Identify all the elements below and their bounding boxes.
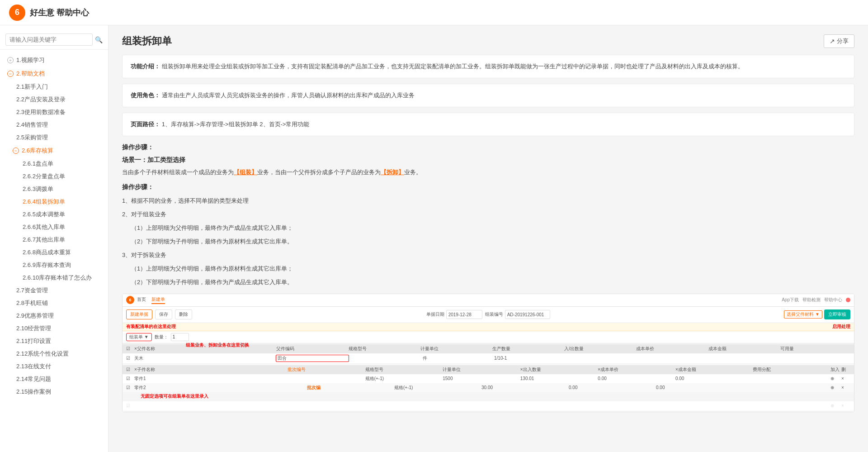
scenario1-title: 场景一：加工类型选择 (122, 156, 854, 164)
sidebar-item-2-6[interactable]: − 2.6库存核算 (0, 144, 108, 157)
sidebar-sub-2-1[interactable]: 2.1新手入门 (0, 81, 108, 93)
sim-date-field: 单据日期 2019-12-28 (426, 310, 482, 319)
sidebar-sub-2-6-1[interactable]: 2.6.1盘点单 (0, 157, 108, 170)
step-3-2: （2）下部明细为子件明细，最终作为产成品生成其它入库单。 (122, 276, 854, 288)
sidebar-item-1[interactable]: + 1.视频学习 (0, 53, 108, 67)
sim-upper-row1: ☑ 关木 田合 件 1/10-1 (123, 353, 854, 363)
sim-btn-del[interactable]: 删除 (175, 309, 192, 319)
sidebar-sub-2-13[interactable]: 2.13在线支付 (0, 360, 108, 373)
sidebar-sub-2-11[interactable]: 2.11打印设置 (0, 335, 108, 347)
sidebar-sub-2-6-9[interactable]: 2.6.9库存账本查询 (0, 259, 108, 271)
step-2-2: （2）下部明细为子件明细，最终作为原材料生成其它出库单。 (122, 236, 854, 247)
sidebar-sub-2-3[interactable]: 2.3使用前数据准备 (0, 106, 108, 119)
sidebar-sub-2-14[interactable]: 2.14常见问题 (0, 373, 108, 385)
sim-label-count: 数量： (155, 334, 168, 340)
sidebar-sub-2-9[interactable]: 2.9优惠券管理 (0, 309, 108, 322)
sidebar-item-2[interactable]: − 2.帮助文档 (0, 67, 108, 81)
step-1: 1、根据不同的业务，选择不同单据的类型来处理 (122, 195, 854, 207)
share-button[interactable]: ↗ 分享 (824, 34, 854, 48)
sim-user: App下载 (782, 297, 799, 303)
search-icon[interactable]: 🔍 (95, 36, 103, 43)
path-text: 1、库存核算->库存管理->组装拆卸单 2、首页->常用功能 (162, 121, 310, 128)
sidebar-sub-2-10[interactable]: 2.10经营管理 (0, 322, 108, 335)
sim-annotation-space: 无固定选项可在组装单在这里录入 (123, 392, 854, 401)
sim-annotation-enable: 启用处理 (832, 324, 850, 330)
content-body: 功能介绍： 组装拆卸单用来处理企业组装或拆卸等加工业务，支持有固定装配清单的产品… (108, 55, 868, 426)
content-area: 组装拆卸单 ↗ 分享 功能介绍： 组装拆卸单用来处理企业组装或拆卸等加工业务，支… (108, 25, 868, 452)
sim-lower-area: ☑ ×子件名称 批次编号 规格型号 计量单位 ×出入数量 ×成本单价 ×成本金额… (123, 365, 854, 412)
sim-confirm-btn[interactable]: 立即审核 (824, 309, 850, 319)
sim-app: 6 首页 新建单 App下载 帮助检测 帮助中心 (123, 294, 854, 412)
sim-type-selector[interactable]: 组装单 ▼ (126, 333, 152, 341)
step-2-1: （1）上部明细为父件明细，最终作为产成品生成其它入库单； (122, 222, 854, 234)
main-layout: 🔍 + 1.视频学习 − 2.帮助文档 2.1新手入门 2.2产品安装及登录 2… (0, 25, 868, 452)
sidebar: 🔍 + 1.视频学习 − 2.帮助文档 2.1新手入门 2.2产品安装及登录 2… (0, 25, 108, 452)
sim-processing-select[interactable]: 选择父件材料 ▼ (784, 310, 822, 319)
screenshot-container: 6 首页 新建单 App下载 帮助检测 帮助中心 (122, 294, 854, 412)
sidebar-sub-2-2[interactable]: 2.2产品安装及登录 (0, 93, 108, 106)
feature-intro-text: 组装拆卸单用来处理企业组装或拆卸等加工业务，支持有固定装配清单的产品加工业务，也… (162, 63, 744, 70)
feature-intro-card: 功能介绍： 组装拆卸单用来处理企业组装或拆卸等加工业务，支持有固定装配清单的产品… (122, 55, 854, 78)
sim-toolbar: 新建单据 保存 删除 单据日期 2019-12-28 组装编号 AD-20191… (123, 307, 854, 323)
sim-parent-input[interactable]: 田合 (276, 355, 349, 362)
sim-num-input[interactable]: AD-20191226-001 (505, 310, 550, 319)
sidebar-sub-2-6-3[interactable]: 2.6.3调拨单 (0, 183, 108, 195)
collapse-icon-2-6: − (13, 147, 19, 154)
sidebar-sub-2-4[interactable]: 2.4销售管理 (0, 119, 108, 131)
app-header: 6 好生意 帮助中心 (0, 0, 868, 25)
role-card: 使用角色： 通常由生产人员或库管人员完成拆装业务的操作，库管人员确认原材料的出库… (122, 84, 854, 107)
scenario1-desc: 当由多个子件材料组装成一个成品的业务为【组装】业务，当由一个父件拆分成多个子产品… (122, 167, 854, 177)
screenshot-inner: 6 首页 新建单 App下载 帮助检测 帮助中心 (123, 294, 854, 412)
sim-nav-home: 首页 (137, 296, 146, 304)
sidebar-sub-2-12[interactable]: 2.12系统个性化设置 (0, 347, 108, 360)
sim-lower-row3: ☑ ⊕ × (123, 401, 854, 410)
share-icon: ↗ (830, 38, 835, 45)
sim-nav-cur: 新建单 (151, 296, 165, 304)
page-title: 组装拆卸单 (122, 34, 172, 48)
sim-annotation-config: 有装配清单的在这里处理 (126, 324, 832, 330)
op-steps-list: 1、根据不同的业务，选择不同单据的类型来处理 2、对于组装业务 （1）上部明细为… (122, 195, 854, 288)
search-input[interactable] (5, 33, 93, 46)
sim-unlimited-annotation: 无固定选项可在组装单在这里录入 (141, 393, 208, 400)
sidebar-sub-2-6-6[interactable]: 2.6.6其他入库单 (0, 221, 108, 233)
path-card: 页面路径： 1、库存核算->库存管理->组装拆卸单 2、首页->常用功能 (122, 113, 854, 136)
sim-date-input[interactable]: 2019-12-28 (446, 310, 482, 319)
step-2: 2、对于组装业务 (122, 209, 854, 220)
op-steps-sub-title: 操作步骤： (122, 183, 854, 191)
sidebar-sub-2-7[interactable]: 2.7资金管理 (0, 284, 108, 297)
sim-app-header: 6 首页 新建单 App下载 帮助检测 帮助中心 (123, 294, 854, 307)
sidebar-sub-2-6-8[interactable]: 2.6.8商品成本重算 (0, 246, 108, 259)
collapse-icon-2: − (7, 71, 14, 77)
disassy-label: 【拆卸】 (381, 169, 404, 176)
step-3-1: （1）上部明细为父件明细，最终作为原材料生成其它出库单； (122, 263, 854, 275)
sidebar-sub-2-6-4[interactable]: 2.6.4组装拆卸单 (0, 195, 108, 208)
sidebar-sub-2-15[interactable]: 2.15操作案例 (0, 385, 108, 398)
feature-intro-label: 功能介绍： (131, 63, 160, 70)
sim-right: App下载 帮助检测 帮助中心 (782, 297, 850, 303)
sim-lower-header: ☑ ×子件名称 批次编号 规格型号 计量单位 ×出入数量 ×成本单价 ×成本金额… (123, 365, 854, 374)
sidebar-sub-2-8[interactable]: 2.8手机旺铺 (0, 297, 108, 309)
sidebar-sub-2-6-7[interactable]: 2.6.7其他出库单 (0, 233, 108, 246)
sim-lower-row4: ☑ (123, 410, 854, 412)
sim-nav: 首页 新建单 (137, 296, 782, 304)
sidebar-sub-2-6-2[interactable]: 2.6.2分量盘点单 (0, 170, 108, 183)
sim-assy-annotation: 组装业务、拆卸业务在这里切换 (186, 342, 249, 348)
sidebar-sub-2-5[interactable]: 2.5采购管理 (0, 131, 108, 144)
sim-btn-new[interactable]: 新建单据 (126, 309, 152, 319)
sim-lower-row1: ☑ 零件1 规格(+-1) 1500 130.01 0.00 0.00 ⊕ (123, 374, 854, 383)
sim-processing-area: 选择父件材料 ▼ 立即审核 (784, 309, 850, 319)
sim-close (846, 298, 850, 302)
sim-btn-save[interactable]: 保存 (155, 309, 172, 319)
sim-count-input[interactable]: 1 (171, 333, 189, 341)
sidebar-sub-2-6-10[interactable]: 2.6.10库存账本错了怎么办 (0, 271, 108, 284)
step-3: 3、对于拆装业务 (122, 249, 854, 261)
sidebar-sub-2-6-5[interactable]: 2.6.5成本调整单 (0, 208, 108, 221)
role-label: 使用角色： (131, 92, 160, 99)
sim-num-field: 组装编号 AD-20191226-001 (485, 310, 550, 319)
sim-logo: 6 (126, 296, 134, 304)
sim-help: 帮助检测 (802, 297, 821, 303)
search-box: 🔍 (0, 30, 108, 50)
sim-type-row: 组装单 ▼ 数量： 1 组装业务、拆卸业务在这里切换 (123, 331, 854, 343)
expand-icon-1: + (7, 57, 14, 63)
sim-cc: 帮助中心 (824, 297, 842, 303)
